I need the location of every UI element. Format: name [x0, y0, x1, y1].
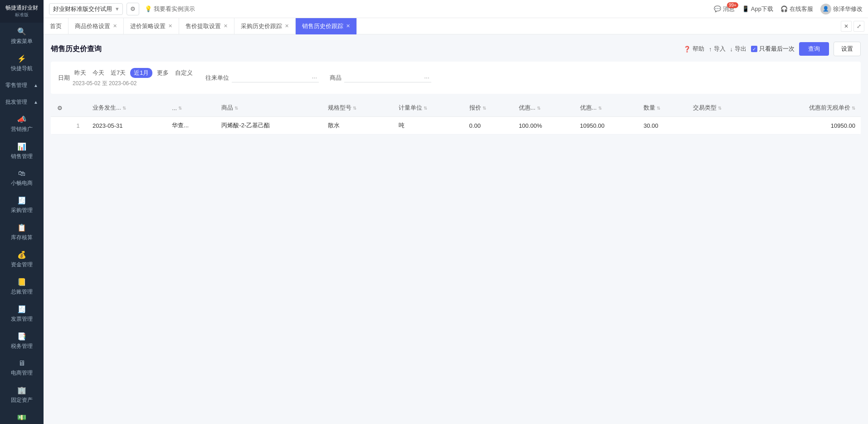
th-unit[interactable]: 计量单位 ⇅	[393, 99, 464, 117]
settings-button[interactable]: 设置	[834, 42, 861, 56]
demo-label: 我要看实例演示	[154, 5, 195, 13]
sidebar-item-purchase[interactable]: 🧾 采购管理	[0, 192, 44, 219]
date-opt-today[interactable]: 今天	[91, 68, 106, 78]
sidebar-item-wholesale[interactable]: 批发管理 ▲	[0, 94, 44, 111]
tab-sales-history[interactable]: 销售历史价跟踪 ✕	[296, 18, 357, 34]
user-menu[interactable]: 👤 徐泽华修改	[820, 4, 863, 14]
close-icon[interactable]: ✕	[113, 23, 117, 29]
sidebar-item-ecommerce-small[interactable]: 🛍 小畅电商	[0, 165, 44, 192]
date-opt-last7[interactable]: 近7天	[109, 68, 127, 78]
close-icon[interactable]: ✕	[224, 23, 228, 29]
sidebar-item-finance[interactable]: 💰 资金管理	[0, 246, 44, 273]
tab-purchase-strategy-label: 进价策略设置	[130, 22, 166, 30]
tab-purchase-strategy[interactable]: 进价策略设置 ✕	[124, 18, 179, 34]
chevron-down-icon: ▾	[116, 5, 119, 12]
sidebar-item-retail[interactable]: 零售管理 ▲	[0, 77, 44, 94]
sort-icon: ⇅	[178, 106, 182, 111]
only-last-checkbox[interactable]: 只看最后一次	[751, 45, 795, 53]
th-spec[interactable]: 规格型号 ⇅	[322, 99, 393, 117]
demo-link[interactable]: 💡 我要看实例演示	[145, 5, 195, 13]
checkbox-icon	[751, 46, 757, 52]
close-icon[interactable]: ✕	[168, 23, 172, 29]
row-bizdate: 2023-05-31	[87, 117, 166, 135]
th-bizdate[interactable]: 业务发生... ⇅	[87, 99, 166, 117]
th-pretax-price[interactable]: 优惠前无税单价 ⇅	[758, 99, 861, 117]
finance-icon: 💰	[17, 251, 26, 259]
help-action[interactable]: ❓ 帮助	[683, 45, 704, 53]
app-download-btn[interactable]: 📱 App下载	[742, 5, 773, 13]
product-dots-btn[interactable]: ···	[424, 74, 429, 81]
tab-home[interactable]: 首页	[44, 18, 68, 34]
service-btn[interactable]: 🎧 在线客服	[780, 5, 813, 13]
table-row: 1 2023-05-31 华查... 丙烯酸-2-乙基己酯 散水 吨 0.00 …	[51, 117, 861, 135]
sort-icon: ⇅	[718, 106, 722, 111]
search-icon: 🔍	[17, 27, 26, 36]
version-select[interactable]: 好业财标准版交付试用 ▾	[49, 3, 123, 15]
sort-icon: ⇅	[657, 106, 660, 111]
close-icon[interactable]: ✕	[346, 23, 350, 29]
partner-dots-btn[interactable]: ···	[312, 74, 317, 81]
close-icon[interactable]: ✕	[285, 23, 289, 29]
inventory-icon: 📋	[17, 223, 26, 232]
topbar-settings-btn[interactable]: ⚙	[127, 3, 139, 15]
marketing-icon: 📣	[17, 115, 26, 124]
row-unit: 吨	[393, 117, 464, 135]
tab-purchase-history[interactable]: 采购历史价跟踪 ✕	[234, 18, 296, 34]
sidebar-item-assets[interactable]: 🏢 固定资产	[0, 381, 44, 409]
th-settings[interactable]: ⚙	[51, 99, 69, 117]
product-input[interactable]	[346, 74, 422, 81]
sidebar-item-invoice-label: 发票管理	[11, 315, 33, 323]
tab-price-setting[interactable]: 商品价格设置 ✕	[68, 18, 124, 34]
sort-icon: ⇅	[424, 106, 427, 111]
row-pretax-price: 10950.00	[758, 117, 861, 135]
sidebar-item-tax[interactable]: 📑 税务管理	[0, 328, 44, 355]
sidebar-item-marketing[interactable]: 📣 营销推广	[0, 111, 44, 138]
th-txtype[interactable]: 交易类型 ⇅	[688, 99, 758, 117]
sidebar-item-marketing-label: 营销推广	[11, 125, 33, 133]
sidebar-item-ecommerce-label: 电商管理	[11, 369, 33, 377]
partner-input-wrap: ···	[232, 73, 319, 82]
sidebar-item-quicknav[interactable]: ⚡ 快捷导航	[0, 50, 44, 77]
message-btn[interactable]: 💬 消息 99+	[714, 5, 735, 13]
th-qty[interactable]: 数量 ⇅	[638, 99, 688, 117]
tab-sales-history-label: 销售历史价跟踪	[302, 22, 343, 30]
sidebar-item-ledger[interactable]: 📒 总账管理	[0, 273, 44, 300]
expand-tab-btn[interactable]: ⤢	[853, 21, 864, 32]
tax-icon: 📑	[17, 332, 26, 341]
close-tab-btn[interactable]: ✕	[841, 21, 852, 32]
app-logo: 畅捷通好业财 标准版	[0, 0, 44, 23]
th-qty-label: 数量	[644, 104, 655, 112]
th-discount-pct[interactable]: 优惠... ⇅	[513, 99, 575, 117]
sidebar-item-sales[interactable]: 📊 销售管理	[0, 138, 44, 165]
export-action[interactable]: ↓ 导出	[730, 45, 747, 53]
date-opt-custom[interactable]: 自定义	[173, 68, 195, 78]
query-button[interactable]: 查询	[799, 42, 829, 56]
tab-price-extract[interactable]: 售价提取设置 ✕	[179, 18, 234, 34]
date-opt-yesterday[interactable]: 昨天	[73, 68, 88, 78]
app-icon: 📱	[742, 5, 749, 12]
service-label: 在线客服	[790, 5, 813, 13]
th-price-label: 报价	[469, 104, 481, 112]
sidebar-item-search[interactable]: 🔍 搜索菜单	[0, 23, 44, 50]
th-price[interactable]: 报价 ⇅	[464, 99, 513, 117]
sidebar-item-ecommerce[interactable]: 🖥 电商管理	[0, 355, 44, 381]
row-discount-pct: 100.00%	[513, 117, 575, 135]
th-product[interactable]: 商品 ⇅	[216, 99, 322, 117]
sidebar-item-invoice[interactable]: 🧾 发票管理	[0, 300, 44, 328]
import-action[interactable]: ↑ 导入	[709, 45, 726, 53]
sidebar-item-inventory[interactable]: 📋 库存核算	[0, 219, 44, 246]
partner-input[interactable]	[234, 74, 310, 81]
date-opt-more[interactable]: 更多	[155, 68, 171, 78]
date-opt-last1m[interactable]: 近1月	[130, 68, 152, 78]
sort-icon: ⇅	[598, 106, 602, 111]
th-discount-amt[interactable]: 优惠... ⇅	[575, 99, 638, 117]
th-extra[interactable]: ... ⇅	[166, 99, 216, 117]
sidebar-item-salary[interactable]: 💵 工资	[0, 409, 44, 424]
sort-icon: ⇅	[483, 106, 486, 111]
help-icon: ❓	[683, 46, 691, 53]
logo-title: 畅捷通好业财	[5, 5, 38, 12]
product-input-wrap: ···	[344, 73, 431, 82]
row-extra: 华查...	[166, 117, 216, 135]
demo-icon: 💡	[145, 5, 152, 12]
topbar-right: 💬 消息 99+ 📱 App下载 🎧 在线客服 👤 徐泽华修改	[714, 4, 863, 14]
